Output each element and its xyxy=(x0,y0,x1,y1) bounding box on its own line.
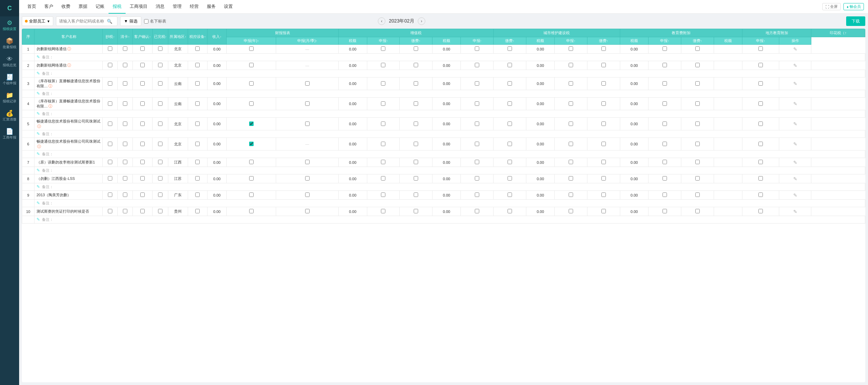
checkbox-month[interactable] xyxy=(305,160,310,164)
tax-checkbox[interactable] xyxy=(695,209,700,213)
sidebar-item-geshui-shenbao[interactable]: 🧾 个税申报 xyxy=(0,71,19,89)
checkbox-year[interactable] xyxy=(249,209,254,213)
tax-checkbox[interactable] xyxy=(414,46,418,51)
tax-checkbox[interactable] xyxy=(381,176,385,181)
tax-checkbox[interactable] xyxy=(508,81,512,86)
checkbox[interactable] xyxy=(140,209,145,213)
tax-checkbox[interactable] xyxy=(569,122,573,126)
tax-checkbox[interactable] xyxy=(475,209,479,213)
tax-checkbox[interactable] xyxy=(569,160,573,164)
checkbox[interactable] xyxy=(195,209,200,213)
checkbox[interactable] xyxy=(158,142,162,146)
checkbox-year[interactable] xyxy=(249,101,254,106)
checkbox-month[interactable] xyxy=(305,81,310,86)
tax-checkbox[interactable] xyxy=(414,142,418,146)
checkbox[interactable] xyxy=(108,46,112,51)
tax-checkbox[interactable] xyxy=(508,46,512,51)
fullscreen-button[interactable]: ⛶ 全屏 xyxy=(822,3,841,10)
tax-checkbox[interactable] xyxy=(663,101,667,106)
next-month-button[interactable]: › xyxy=(418,17,425,25)
edit-icon[interactable]: ✎ xyxy=(793,46,797,52)
checkbox-month[interactable] xyxy=(305,122,310,126)
checkbox-year[interactable] xyxy=(249,81,254,86)
tax-checkbox[interactable] xyxy=(475,176,479,181)
checkbox-month[interactable] xyxy=(305,192,310,197)
tax-checkbox[interactable] xyxy=(695,176,700,181)
sidebar-item-baoshui-zonglan[interactable]: 👁 报税总览 xyxy=(0,53,19,71)
checkbox[interactable] xyxy=(140,192,145,197)
tax-checkbox[interactable] xyxy=(414,81,418,86)
checkbox[interactable] xyxy=(158,46,162,51)
tax-checkbox[interactable] xyxy=(569,176,573,181)
tax-checkbox[interactable] xyxy=(663,46,667,51)
edit-icon[interactable]: ✎ xyxy=(793,160,797,165)
employee-filter-select[interactable]: 全部员工 ▼ xyxy=(22,16,53,26)
nav-fee[interactable]: 收费 xyxy=(57,0,74,14)
tax-checkbox[interactable] xyxy=(381,209,385,213)
tax-checkbox[interactable] xyxy=(758,209,763,213)
checkbox[interactable] xyxy=(195,176,200,181)
checkbox[interactable] xyxy=(108,176,112,181)
sidebar-item-baoshui-shezhi[interactable]: ⚙ 报税设置 xyxy=(0,16,19,34)
tax-checkbox[interactable] xyxy=(758,160,763,164)
tax-checkbox[interactable] xyxy=(663,176,667,181)
checkbox-month[interactable] xyxy=(305,176,310,181)
tax-checkbox[interactable] xyxy=(601,160,606,164)
tax-checkbox[interactable] xyxy=(663,160,667,164)
tax-checkbox[interactable] xyxy=(601,63,606,67)
checkbox[interactable] xyxy=(108,101,112,106)
tax-checkbox[interactable] xyxy=(601,122,606,126)
tax-checkbox[interactable] xyxy=(695,46,700,51)
checkbox-year[interactable] xyxy=(249,142,254,146)
tax-checkbox[interactable] xyxy=(601,46,606,51)
nav-business-project[interactable]: 工商项目 xyxy=(126,0,152,14)
tax-checkbox[interactable] xyxy=(695,81,700,86)
tax-checkbox[interactable] xyxy=(569,101,573,106)
tax-checkbox[interactable] xyxy=(758,122,763,126)
tax-checkbox[interactable] xyxy=(508,63,512,67)
checkbox[interactable] xyxy=(140,46,145,51)
member-button[interactable]: ♦ 畅会员 xyxy=(843,3,864,10)
tax-checkbox[interactable] xyxy=(475,160,479,164)
nav-service[interactable]: 服务 xyxy=(203,0,220,14)
nav-management[interactable]: 管理 xyxy=(169,0,186,14)
nav-invoice[interactable]: 票据 xyxy=(74,0,91,14)
nav-settings[interactable]: 设置 xyxy=(220,0,237,14)
tax-checkbox[interactable] xyxy=(758,192,763,197)
checkbox[interactable] xyxy=(195,160,200,164)
checkbox[interactable] xyxy=(158,192,162,197)
checkbox-year[interactable] xyxy=(249,176,254,181)
tax-checkbox[interactable] xyxy=(663,63,667,67)
tax-checkbox[interactable] xyxy=(601,142,606,146)
filter-button[interactable]: ▼ 筛选 xyxy=(120,16,141,26)
tax-checkbox[interactable] xyxy=(695,192,700,197)
checkbox[interactable] xyxy=(123,46,127,51)
tax-checkbox[interactable] xyxy=(758,142,763,146)
checkbox[interactable] xyxy=(158,81,162,86)
tax-checkbox[interactable] xyxy=(569,46,573,51)
tax-checkbox[interactable] xyxy=(508,122,512,126)
checkbox[interactable] xyxy=(140,63,145,67)
checkbox[interactable] xyxy=(123,101,127,106)
checkbox[interactable] xyxy=(195,46,200,51)
checkbox[interactable] xyxy=(195,122,200,126)
checkbox[interactable] xyxy=(108,192,112,197)
tax-checkbox[interactable] xyxy=(381,142,385,146)
checkbox[interactable] xyxy=(123,176,127,181)
checkbox-year[interactable] xyxy=(249,122,254,126)
checkbox[interactable] xyxy=(195,142,200,146)
tax-checkbox[interactable] xyxy=(758,81,763,86)
tax-checkbox[interactable] xyxy=(569,142,573,146)
tax-checkbox[interactable] xyxy=(758,46,763,51)
tax-checkbox[interactable] xyxy=(695,101,700,106)
tax-checkbox[interactable] xyxy=(601,176,606,181)
tax-checkbox[interactable] xyxy=(414,192,418,197)
search-icon[interactable]: 🔍 xyxy=(107,19,112,24)
tax-checkbox[interactable] xyxy=(758,176,763,181)
tax-checkbox[interactable] xyxy=(381,46,385,51)
checkbox[interactable] xyxy=(108,142,112,146)
tax-checkbox[interactable] xyxy=(663,81,667,86)
tax-checkbox[interactable] xyxy=(663,142,667,146)
tax-checkbox[interactable] xyxy=(508,142,512,146)
tax-checkbox[interactable] xyxy=(475,46,479,51)
